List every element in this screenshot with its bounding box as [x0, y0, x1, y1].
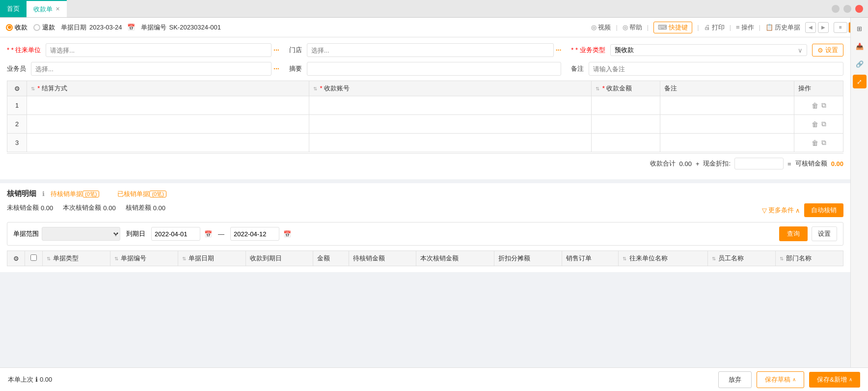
radio-refund-circle [33, 24, 40, 31]
plus-sign: + [696, 160, 700, 168]
sidebar-expand-icon[interactable]: ⤢ [853, 75, 867, 88]
action-print[interactable]: 🖨 打印 [704, 23, 725, 32]
sidebar-table-icon[interactable]: ⊞ [853, 22, 867, 35]
date-from-input[interactable] [151, 227, 200, 241]
row3-settlement[interactable] [27, 134, 309, 152]
bt-sort3: ⇅ [182, 256, 186, 261]
chevron-down-icon[interactable]: ∨ [798, 47, 803, 54]
row3-account[interactable] [309, 134, 592, 152]
tab-receipt[interactable]: 收款单 ✕ [27, 0, 67, 17]
bt-header-checkbox[interactable] [25, 251, 43, 266]
due-date-label: 到期日 [126, 229, 145, 238]
auto-hx-button[interactable]: 自动核销 [804, 203, 843, 217]
action-history[interactable]: 📋 历史单据 [765, 23, 800, 32]
sidebar-inbox-icon[interactable]: 📥 [853, 39, 867, 53]
row2-amount[interactable] [592, 115, 660, 134]
tab-close-icon[interactable]: ✕ [55, 6, 60, 12]
tab-home[interactable]: 首页 [0, 0, 27, 17]
date-label: 单据日期 [61, 23, 86, 32]
bt-header-dept: ⇅ 部门名称 [775, 251, 843, 266]
summary-field: 摘要 [289, 62, 562, 76]
settings-btn[interactable]: ⚙ 设置 [812, 44, 843, 56]
abandon-button[interactable]: 放弃 [718, 371, 752, 388]
nav-prev[interactable]: ◀ [805, 22, 816, 33]
bottom-table: ⚙ ⇅ 单据类型 ⇅ 单据编号 ⇅ 单据日期 [7, 251, 843, 266]
row2-settlement[interactable] [27, 115, 309, 134]
hx-section: 核销明细 ℹ 待核销单据(0笔) 已核销单据(0笔) 未核销金额 0.00 本次… [0, 183, 850, 272]
close-button[interactable] [855, 5, 863, 13]
radio-refund-label: 退款 [42, 23, 55, 32]
remark-input[interactable] [589, 62, 843, 76]
this-amount-value: 0.00 [103, 204, 115, 212]
radio-receipt[interactable]: 收款 [6, 23, 27, 32]
this-order-label: 本单上次 [8, 375, 33, 384]
row3-remark[interactable] [660, 134, 794, 152]
row3-amount[interactable] [592, 134, 660, 152]
table-header-gear[interactable]: ⚙ [7, 81, 27, 96]
chevron-up-icon: ∧ [795, 207, 800, 214]
row1-amount[interactable] [592, 96, 660, 115]
hx-tab-pending[interactable]: 待核销单据(0笔) [51, 190, 99, 198]
discount-input[interactable] [734, 158, 784, 169]
amount-col-label: 收款金额 [606, 84, 632, 92]
action-shortcut[interactable]: ⌨ 快捷键 [653, 22, 692, 33]
delete-icon-3[interactable]: 🗑 [812, 139, 818, 147]
row2-account[interactable] [309, 115, 592, 134]
footer-spacer [0, 272, 850, 302]
action-operation[interactable]: ≡ 操作 [736, 23, 754, 32]
this-amount-label: 本次核销金额 [63, 203, 101, 212]
hx-info-icon[interactable]: ℹ [42, 190, 45, 197]
staff-more-btn[interactable]: ··· [273, 65, 279, 73]
range-select[interactable] [42, 227, 120, 241]
bt-pending-label: 待核销金额 [353, 254, 385, 262]
hx-tab-done[interactable]: 已核销单据(0笔) [117, 190, 166, 198]
filter-settings-button[interactable]: 设置 [812, 226, 837, 241]
row1-remark[interactable] [660, 96, 794, 115]
calendar-from-icon[interactable]: 📅 [204, 230, 212, 238]
row-num-1: 1 [7, 96, 27, 115]
summary-input[interactable] [307, 62, 562, 76]
action-help[interactable]: ◎ 帮助 [623, 23, 642, 32]
row1-account[interactable] [309, 96, 592, 115]
video-icon: ◎ [591, 24, 597, 31]
copy-icon-3[interactable]: ⧉ [821, 139, 826, 147]
minimize-button[interactable] [832, 5, 840, 13]
delete-icon-2[interactable]: 🗑 [812, 120, 818, 128]
pending-amount-label: 未核销金额 [7, 203, 39, 212]
copy-icon-2[interactable]: ⧉ [821, 120, 826, 128]
copy-icon-1[interactable]: ⧉ [821, 101, 826, 110]
select-all-checkbox[interactable] [30, 254, 37, 261]
radio-refund[interactable]: 退款 [33, 23, 55, 32]
store-input[interactable] [307, 43, 554, 57]
bt-header-type: ⇅ 单据类型 [43, 251, 110, 266]
bt-discount-label: 折扣分摊额 [498, 254, 530, 262]
footer-info-icon[interactable]: ℹ [35, 376, 38, 383]
save-new-button[interactable]: 保存&新增 ∧ [809, 372, 860, 388]
table-row: 1 🗑 ⧉ [7, 96, 843, 115]
table-icon: ⊞ [857, 25, 862, 32]
hx-stats-row: 未核销金额 0.00 本次核销金额 0.00 核销差额 0.00 ▽ 更多条件 … [7, 203, 843, 217]
number-label: 单据编号 [141, 23, 166, 32]
action-video[interactable]: ◎ 视频 [591, 23, 611, 32]
view-list[interactable]: ≡ [834, 22, 847, 33]
store-more-btn[interactable]: ··· [556, 46, 562, 54]
save-draft-button[interactable]: 保存草稿 ∧ [757, 371, 804, 388]
bt-header-gear[interactable]: ⚙ [7, 251, 25, 266]
partner-input[interactable] [46, 43, 271, 57]
partner-field: * 往来单位 ··· [7, 43, 279, 57]
right-sidebar: ⊞ 📥 🔗 ⤢ [850, 18, 868, 367]
row1-settlement[interactable] [27, 96, 309, 115]
receipt-table: ⚙ ⇅ * 结算方式 ⇅ * 收款账号 ⇅ * 收款 [7, 81, 843, 152]
delete-icon-1[interactable]: 🗑 [812, 102, 818, 110]
filter-more-btn[interactable]: ▽ 更多条件 ∧ [762, 206, 800, 215]
query-button[interactable]: 查询 [779, 226, 808, 241]
maximize-button[interactable] [843, 5, 851, 13]
nav-next[interactable]: ▶ [818, 22, 829, 33]
date-to-input[interactable] [230, 227, 279, 241]
calendar-to-icon[interactable]: 📅 [283, 230, 291, 238]
partner-more-btn[interactable]: ··· [273, 46, 279, 54]
calendar-icon[interactable]: 📅 [127, 24, 135, 31]
sidebar-link-icon[interactable]: 🔗 [853, 57, 867, 71]
row2-remark[interactable] [660, 115, 794, 134]
staff-input[interactable] [31, 62, 271, 76]
